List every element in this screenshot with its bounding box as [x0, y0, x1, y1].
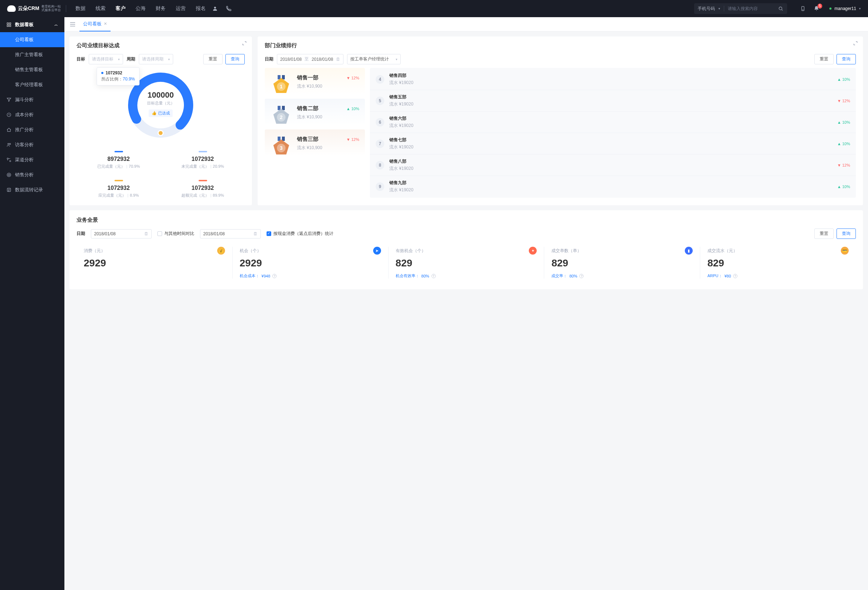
chevron-down-icon: ▾	[168, 57, 170, 61]
nav-link-4[interactable]: 财务	[156, 5, 166, 12]
nav-link-3[interactable]: 公海	[136, 5, 146, 12]
sidebar-item-2[interactable]: 推广分析	[0, 122, 64, 137]
sidebar-item-6[interactable]: 数据流转记录	[0, 182, 64, 197]
search-icon[interactable]	[778, 6, 784, 12]
help-icon[interactable]: ?	[733, 274, 737, 278]
rank-card-2[interactable]: 2 销售二部▲ 10%流水 ¥10,900	[265, 99, 365, 125]
statby-checkbox[interactable]: 按现金消费（返点后消费）统计	[267, 231, 334, 237]
svg-text:1: 1	[280, 84, 283, 90]
group-by-select[interactable]: 按工单客户经理统计 ▾	[347, 54, 401, 64]
sidebar-group-dashboard[interactable]: 数据看板 ︿	[0, 17, 64, 32]
nav-link-2[interactable]: 客户	[115, 5, 125, 12]
expand-icon[interactable]	[242, 41, 247, 46]
kpi-icon: 💰	[217, 247, 225, 255]
ov-date2-picker[interactable]: 2018/01/08 🗓	[200, 229, 261, 238]
metric-0: 8972932已完成量（元）|70.9%	[77, 151, 161, 169]
sidebar-item-5[interactable]: 销售分析	[0, 167, 64, 182]
sidebar-item-3[interactable]: 访客分析	[0, 137, 64, 152]
kpi-0: 消费（元）💰2929	[77, 247, 233, 278]
sidebar-item-0[interactable]: 漏斗分析	[0, 92, 64, 107]
overview-title: 业务全景	[77, 217, 856, 224]
kpi-icon: ▮	[685, 247, 693, 255]
brand-name: 云朵CRM	[18, 5, 39, 12]
bell-icon[interactable]: 5	[813, 6, 819, 12]
chevron-down-icon: ▾	[859, 7, 861, 10]
reset-button[interactable]: 重置	[814, 228, 834, 239]
kpi-2: 有效机会（个）✦829机会有效率：80%?	[388, 247, 545, 278]
kpi-1: 机会（个）➤2929机会成本：¥948?	[233, 247, 388, 278]
svg-rect-19	[278, 75, 280, 79]
dashboard-icon	[6, 22, 12, 27]
status-dot-icon	[830, 7, 831, 10]
sidebar-child-3[interactable]: 客户经理看板	[0, 77, 64, 92]
rank-row-4[interactable]: 4销售四部流水 ¥19020▲ 10%	[370, 69, 856, 90]
svg-text:3: 3	[280, 145, 283, 151]
rank-row-8[interactable]: 8销售八部流水 ¥19020▼ 12%	[370, 154, 856, 176]
metric-3: 1072932超额完成（元）|89.9%	[161, 180, 245, 198]
reset-button[interactable]: 重置	[814, 54, 834, 64]
calendar-icon: 🗓	[144, 231, 149, 236]
reset-button[interactable]: 重置	[203, 54, 223, 64]
calendar-icon: 🗓	[336, 57, 340, 62]
nav-link-1[interactable]: 线索	[96, 5, 106, 12]
rank-row-6[interactable]: 6销售六部流水 ¥19020▲ 10%	[370, 112, 856, 133]
sidebar-icon	[6, 112, 12, 117]
help-icon[interactable]: ?	[431, 274, 436, 278]
sidebar-child-1[interactable]: 推广主管看板	[0, 47, 64, 62]
rank-card-1[interactable]: 1 销售一部▼ 12%流水 ¥10,900	[265, 68, 365, 94]
medal-icon: 1	[273, 75, 290, 96]
panel-dept-ranking: 部门业绩排行 日期 2018/01/08 至 2018/01/08 🗓 按工单客…	[258, 37, 863, 205]
collapse-sidebar-icon[interactable]	[70, 22, 75, 26]
nav-link-0[interactable]: 数据	[75, 5, 86, 12]
help-icon[interactable]: ?	[272, 274, 276, 278]
svg-point-14	[8, 174, 10, 176]
donut-tooltip: 1072932 所占比例：70.9%	[97, 67, 140, 85]
rank-row-7[interactable]: 7销售七部流水 ¥19020▲ 10%	[370, 133, 856, 154]
compare-checkbox[interactable]: 与其他时间对比	[158, 231, 194, 237]
query-button[interactable]: 查询	[226, 54, 245, 64]
sidebar-item-1[interactable]: 成本分析	[0, 107, 64, 122]
tab-company-board[interactable]: 公司看板 ✕	[80, 17, 111, 31]
sidebar-icon	[6, 127, 12, 132]
sidebar-child-2[interactable]: 销售主管看板	[0, 62, 64, 77]
user-icon[interactable]	[212, 6, 218, 12]
nav-link-5[interactable]: 运营	[176, 5, 186, 12]
rank-row-5[interactable]: 5销售五部流水 ¥19020▼ 12%	[370, 90, 856, 112]
query-button[interactable]: 查询	[837, 54, 856, 64]
metric-1: 1072932未完成量（元）|20.9%	[161, 151, 245, 169]
svg-rect-30	[282, 137, 285, 141]
rank-row-9[interactable]: 9销售九部流水 ¥19020▲ 10%	[370, 176, 856, 197]
query-button[interactable]: 查询	[837, 228, 856, 239]
done-badge: 👍 已达成	[149, 109, 173, 117]
search-box[interactable]: 手机号码 ▾	[694, 3, 787, 14]
svg-rect-24	[278, 106, 280, 110]
date-range-picker[interactable]: 2018/01/08 至 2018/01/08 🗓	[277, 54, 344, 64]
svg-point-11	[7, 158, 9, 159]
svg-point-3	[803, 10, 803, 10]
target-label-period: 周期	[127, 56, 135, 62]
tab-label: 公司看板	[83, 21, 102, 27]
target-select[interactable]: 请选择目标 ▾	[89, 54, 123, 64]
svg-text:2: 2	[280, 115, 283, 120]
sidebar-item-4[interactable]: 渠道分析	[0, 152, 64, 167]
rank-card-3[interactable]: 3 销售三部▼ 12%流水 ¥10,900	[265, 129, 365, 156]
user-menu[interactable]: manager11 ▾	[830, 6, 861, 11]
period-select[interactable]: 请选择周期 ▾	[139, 54, 173, 64]
mobile-icon[interactable]	[800, 6, 806, 12]
svg-point-10	[9, 143, 11, 145]
search-input[interactable]	[728, 6, 774, 11]
svg-rect-29	[278, 137, 280, 141]
help-icon[interactable]: ?	[579, 274, 583, 278]
sidebar-icon	[6, 97, 12, 102]
phone-icon[interactable]	[226, 6, 232, 12]
sidebar-child-0[interactable]: 公司看板	[0, 32, 64, 47]
ov-date1-picker[interactable]: 2018/01/08 🗓	[91, 229, 152, 238]
close-icon[interactable]: ✕	[104, 21, 107, 26]
search-type-select[interactable]: 手机号码	[698, 6, 715, 12]
donut-total-label: 目标总量（元）	[147, 100, 174, 106]
calendar-icon: 🗓	[253, 231, 258, 236]
svg-rect-25	[282, 106, 285, 110]
svg-point-0	[214, 7, 216, 9]
nav-link-6[interactable]: 报名	[196, 5, 206, 12]
expand-icon[interactable]	[853, 41, 858, 46]
